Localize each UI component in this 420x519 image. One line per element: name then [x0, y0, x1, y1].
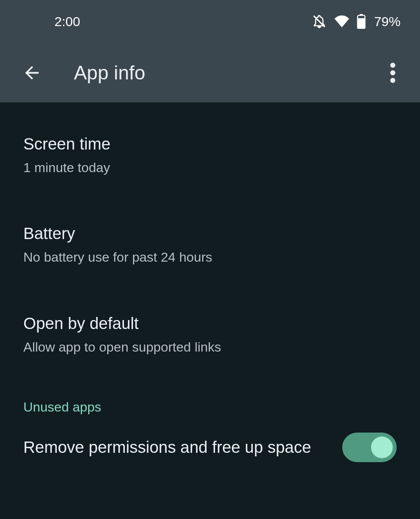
content: Screen time 1 minute today Battery No ba… [0, 102, 420, 474]
item-title: Battery [23, 223, 397, 245]
svg-point-5 [390, 70, 396, 75]
back-button[interactable] [16, 57, 47, 88]
app-bar: App info [0, 43, 420, 102]
battery-icon [357, 14, 366, 29]
svg-rect-3 [357, 18, 365, 29]
status-bar: 2:00 79% [0, 0, 420, 43]
top-region: 2:00 79% [0, 0, 420, 102]
item-title: Screen time [23, 134, 397, 155]
wifi-icon [334, 15, 350, 28]
item-subtitle: Allow app to open supported links [23, 338, 397, 356]
status-right: 79% [312, 14, 401, 29]
item-subtitle: 1 minute today [23, 159, 397, 177]
arrow-left-icon [22, 63, 42, 83]
page-title: App info [74, 62, 381, 84]
svg-point-6 [390, 78, 396, 83]
section-header-unused-apps: Unused apps [23, 391, 397, 419]
dnd-off-icon [312, 14, 327, 29]
overflow-menu-button[interactable] [381, 57, 404, 88]
item-subtitle: No battery use for past 24 hours [23, 248, 397, 266]
status-time: 2:00 [54, 14, 80, 29]
battery-item[interactable]: Battery No battery use for past 24 hours [23, 211, 397, 281]
more-vert-icon [390, 63, 396, 83]
toggle-thumb [371, 436, 393, 458]
svg-point-4 [390, 63, 396, 68]
screen-time-item[interactable]: Screen time 1 minute today [23, 122, 397, 192]
open-by-default-item[interactable]: Open by default Allow app to open suppor… [23, 301, 397, 371]
item-title: Open by default [23, 313, 397, 334]
remove-permissions-row[interactable]: Remove permissions and free up space [23, 421, 397, 474]
battery-percent: 79% [374, 14, 401, 29]
toggle-label: Remove permissions and free up space [23, 436, 342, 459]
remove-permissions-toggle[interactable] [342, 433, 397, 462]
